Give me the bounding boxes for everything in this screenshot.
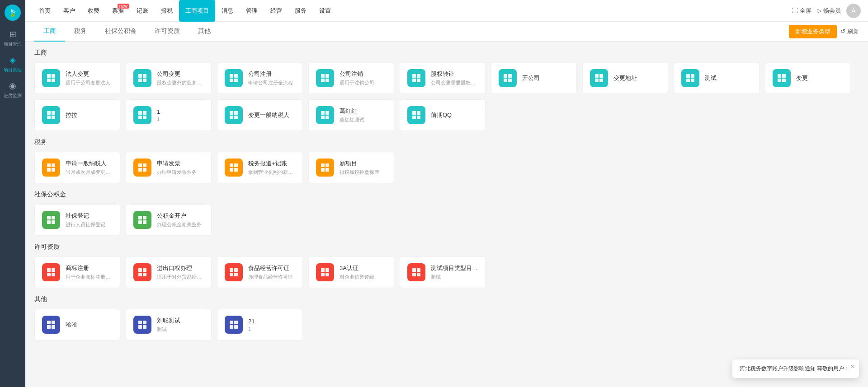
tabs-actions: 新增业务类型 ↺ 刷新: [789, 25, 859, 38]
cards-grid-0: 法人变更 适用于公司变更法人 公司变更 股权变更外的业务变更: [34, 62, 859, 131]
svg-rect-24: [504, 79, 507, 82]
svg-rect-17: [326, 79, 329, 82]
sidebar-item-0[interactable]: ⊞ 项目管理: [2, 25, 24, 51]
service-card-0-10[interactable]: 1 1: [126, 99, 212, 131]
svg-rect-113: [234, 325, 238, 329]
tab-社保公积金[interactable]: 社保公积金: [96, 22, 146, 42]
nav-item-票据[interactable]: 票据new: [106, 0, 130, 22]
svg-rect-87: [143, 268, 146, 272]
svg-rect-27: [599, 74, 603, 78]
service-card-1-2[interactable]: 税务报道+记账 拿到营业执照的新公司: [217, 152, 303, 183]
svg-rect-31: [691, 74, 694, 78]
nav-item-服务[interactable]: 服务: [288, 0, 313, 22]
service-card-3-1[interactable]: 进出口权办理 适用于对外贸易经营者: [126, 256, 212, 288]
card-title-1-1: 申请发票: [157, 159, 204, 168]
card-title-3-1: 进出口权办理: [157, 264, 204, 272]
svg-rect-78: [138, 216, 142, 219]
service-card-0-13[interactable]: 前期QQ: [400, 99, 486, 131]
svg-text:🍃: 🍃: [8, 9, 17, 17]
nav-item-首页[interactable]: 首页: [33, 0, 57, 22]
svg-rect-20: [412, 79, 416, 82]
svg-rect-99: [417, 268, 420, 272]
service-card-4-2[interactable]: 21 1: [217, 309, 303, 340]
service-card-3-3[interactable]: 3A认证 对企业信誉评级: [308, 256, 394, 288]
tab-税务[interactable]: 税务: [65, 22, 96, 42]
sidebar-icon-2: ◉: [7, 80, 18, 91]
nav-item-工商项目[interactable]: 工商项目: [179, 0, 215, 22]
card-desc-3-3: 对企业信誉评级: [340, 274, 387, 280]
card-icon-0-4: [407, 69, 425, 87]
service-card-0-12[interactable]: 葛红红 葛红红测试: [308, 99, 394, 131]
service-card-1-0[interactable]: 申请一般纳税人 当月或次月成变更完成: [34, 152, 120, 183]
card-info-0-7: 测试: [705, 74, 752, 82]
nav-item-经营[interactable]: 经营: [264, 0, 288, 22]
service-card-4-0[interactable]: 哈哈: [34, 309, 120, 340]
service-card-0-4[interactable]: 股权转让 公司变更需要股权转让: [400, 62, 486, 94]
svg-rect-73: [326, 168, 329, 172]
refresh-icon: ↺: [840, 28, 845, 35]
service-card-3-0[interactable]: 商标注册 用于企业商标注册服务: [34, 256, 120, 288]
service-card-0-7[interactable]: 测试: [674, 62, 760, 94]
service-card-3-4[interactable]: 测试项目类型目定义 测试: [400, 256, 486, 288]
notification-close-button[interactable]: ×: [851, 363, 854, 370]
svg-rect-95: [326, 268, 329, 272]
nav-item-报税[interactable]: 报税: [155, 0, 179, 22]
svg-rect-26: [595, 74, 599, 78]
svg-rect-97: [326, 273, 329, 276]
svg-rect-76: [47, 220, 51, 224]
main-content: 工商税务社保公积金许可资质其他 新增业务类型 ↺ 刷新 工商 法人变更 适用于公…: [25, 22, 868, 387]
sidebar-icon-0: ⊞: [7, 29, 18, 40]
nav-item-消息[interactable]: 消息: [215, 0, 240, 22]
sidebar-item-1[interactable]: ◈ 项目类型: [2, 51, 24, 77]
service-card-0-0[interactable]: 法人变更 适用于公司变更法人: [34, 62, 120, 94]
svg-rect-108: [138, 325, 142, 329]
card-title-4-2: 21: [248, 318, 295, 325]
tab-工商[interactable]: 工商: [34, 22, 65, 42]
service-card-0-2[interactable]: 公司注册 申请公司注册全流程: [217, 62, 303, 94]
section-title-1: 税务: [34, 138, 859, 146]
card-icon-2-1: [133, 211, 151, 229]
service-card-0-6[interactable]: 变更地址: [582, 62, 668, 94]
fullscreen-button[interactable]: ⛶ 全屏: [792, 7, 811, 15]
svg-rect-49: [234, 116, 238, 119]
service-card-1-1[interactable]: 申请发票 办理申请发票业务: [126, 152, 212, 183]
new-type-button[interactable]: 新增业务类型: [789, 25, 837, 38]
service-card-4-1[interactable]: 刘聪测试 测试: [126, 309, 212, 340]
card-info-4-2: 21 1: [248, 318, 295, 331]
nav-item-记账[interactable]: 记账: [130, 0, 155, 22]
svg-rect-51: [326, 111, 329, 115]
section-title-3: 许可资质: [34, 243, 859, 251]
app-logo: 🍃: [4, 4, 22, 22]
service-card-0-8[interactable]: 变更: [765, 62, 851, 94]
vip-button[interactable]: ▷ 畅会员: [817, 7, 841, 15]
card-info-3-3: 3A认证 对企业信誉评级: [340, 264, 387, 280]
card-icon-1-3: [316, 159, 334, 177]
service-card-3-2[interactable]: 食品经营许可证 办理食品经营许可证: [217, 256, 303, 288]
service-card-0-1[interactable]: 公司变更 股权变更外的业务变更: [126, 62, 212, 94]
service-card-2-1[interactable]: 公积金开户 办理公积金相关业务: [126, 204, 212, 236]
tab-其他[interactable]: 其他: [189, 22, 220, 42]
service-card-0-5[interactable]: 开公司: [491, 62, 577, 94]
card-info-0-2: 公司注册 申请公司注册全流程: [248, 70, 295, 86]
tab-许可资质[interactable]: 许可资质: [146, 22, 189, 42]
svg-rect-57: [417, 116, 420, 119]
cards-grid-2: 社保登记 进行人员社保登记 公积金开户 办理公积金相关业务: [34, 204, 859, 236]
nav-item-管理[interactable]: 管理: [240, 0, 264, 22]
card-desc-2-0: 进行人员社保登记: [66, 221, 113, 228]
service-card-0-11[interactable]: 变更一般纳税人: [217, 99, 303, 131]
nav-item-设置[interactable]: 设置: [313, 0, 337, 22]
card-desc-3-0: 用于企业商标注册服务: [66, 274, 113, 280]
svg-rect-81: [143, 220, 146, 224]
card-title-4-0: 哈哈: [66, 321, 113, 329]
user-avatar[interactable]: A: [846, 4, 861, 18]
card-info-3-2: 食品经营许可证 办理食品经营许可证: [248, 264, 295, 280]
service-card-0-9[interactable]: 拉拉: [34, 99, 120, 131]
cards-grid-3: 商标注册 用于企业商标注册服务 进出口权办理 适用于对外贸易经营者: [34, 256, 859, 288]
service-card-2-0[interactable]: 社保登记 进行人员社保登记: [34, 204, 120, 236]
sidebar-item-2[interactable]: ◉ 进度监测: [2, 77, 24, 103]
service-card-0-3[interactable]: 公司注销 适用于注销公司: [308, 62, 394, 94]
service-card-1-3[interactable]: 新项目 报税加税控盘保管: [308, 152, 394, 183]
nav-item-客户[interactable]: 客户: [57, 0, 81, 22]
refresh-button[interactable]: ↺ 刷新: [840, 28, 859, 36]
nav-item-收费[interactable]: 收费: [81, 0, 106, 22]
